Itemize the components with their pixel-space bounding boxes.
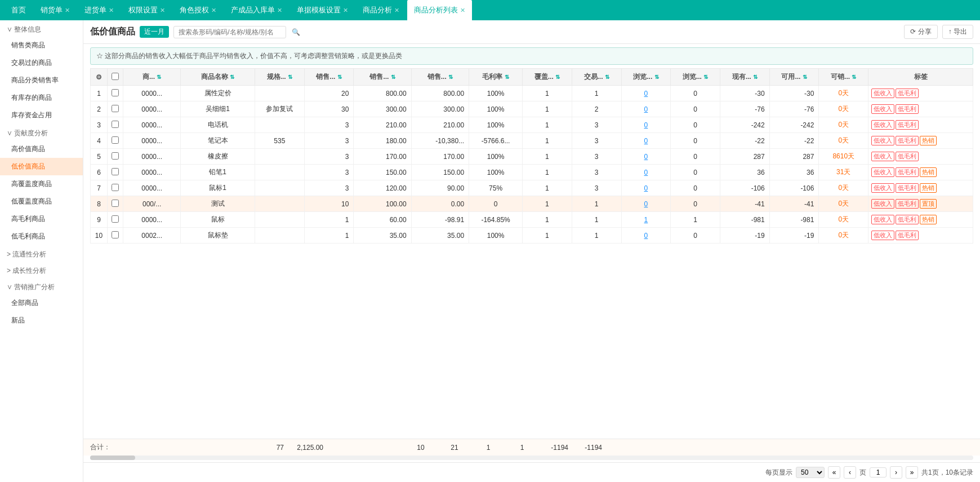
nav-permission-settings[interactable]: 权限设置 ✕ <box>122 0 172 20</box>
row-checkbox[interactable] <box>108 101 123 117</box>
row-select-checkbox[interactable] <box>112 136 119 144</box>
nav-product-analysis[interactable]: 商品分析 ✕ <box>356 0 406 20</box>
row-browse1[interactable]: 0 <box>621 196 671 212</box>
available-column-header[interactable]: 可用... ⇅ <box>769 69 819 86</box>
nav-home[interactable]: 首页 <box>5 0 33 20</box>
row-sales-amount: 300.00 <box>354 101 411 117</box>
row-name: 吴细细1 <box>181 101 255 117</box>
current-stock-column-header[interactable]: 现有... ⇅ <box>720 69 769 86</box>
row-select-checkbox[interactable] <box>112 200 119 207</box>
close-icon[interactable]: ✕ <box>109 7 114 14</box>
nav-finished-goods[interactable]: 产成品入库单 ✕ <box>224 0 289 20</box>
row-browse1[interactable]: 0 <box>621 149 671 165</box>
sidebar-item-low-margin[interactable]: 低毛利商品 <box>0 228 83 245</box>
row-checkbox[interactable] <box>108 117 123 133</box>
code-column-header[interactable]: 商... ⇅ <box>123 69 181 86</box>
nav-role-auth[interactable]: 角色授权 ✕ <box>173 0 223 20</box>
row-select-checkbox[interactable] <box>112 121 119 128</box>
spec-column-header[interactable]: 规格... ⇅ <box>255 69 304 86</box>
row-spec <box>255 86 304 101</box>
sidebar-item-high-value[interactable]: 高价值商品 <box>0 140 83 158</box>
name-column-header[interactable]: 商品名称 ⇅ <box>181 69 255 86</box>
time-filter-button[interactable]: 近一月 <box>140 26 169 38</box>
row-sales-avg: -98.91 <box>411 212 469 228</box>
close-icon[interactable]: ✕ <box>65 7 70 14</box>
scrollbar-thumb[interactable] <box>90 456 135 460</box>
sales-avg-column-header[interactable]: 销售... ⇅ <box>411 69 469 86</box>
row-checkbox[interactable] <box>108 196 123 212</box>
row-browse1[interactable]: 0 <box>621 180 671 196</box>
select-all-checkbox[interactable] <box>112 73 119 80</box>
row-select-checkbox[interactable] <box>112 89 119 96</box>
transaction-column-header[interactable]: 交易... ⇅ <box>572 69 621 86</box>
sidebar-item-stocked-products[interactable]: 有库存的商品 <box>0 89 83 107</box>
row-checkbox[interactable] <box>108 86 123 101</box>
row-browse1[interactable]: 0 <box>621 101 671 117</box>
close-icon[interactable]: ✕ <box>460 7 465 14</box>
sidebar-item-traded-products[interactable]: 交易过的商品 <box>0 54 83 72</box>
page-number-input[interactable] <box>870 467 887 477</box>
search-input[interactable] <box>173 26 286 38</box>
nav-product-analysis-list[interactable]: 商品分析列表 ✕ <box>407 0 472 20</box>
first-page-button[interactable]: « <box>828 466 840 479</box>
sidebar-item-low-value[interactable]: 低价值商品 <box>0 158 83 175</box>
row-checkbox[interactable] <box>108 180 123 196</box>
sidebar-item-high-margin[interactable]: 高毛利商品 <box>0 210 83 228</box>
horizontal-scrollbar[interactable] <box>90 456 973 460</box>
row-select-checkbox[interactable] <box>112 231 119 238</box>
row-browse1[interactable]: 0 <box>621 165 671 180</box>
next-page-button[interactable]: › <box>890 466 902 479</box>
nav-purchase-order[interactable]: 进货单 ✕ <box>78 0 121 20</box>
last-page-button[interactable]: » <box>906 466 918 479</box>
row-select-checkbox[interactable] <box>112 184 119 191</box>
row-select-checkbox[interactable] <box>112 168 119 175</box>
top-navigation: 首页 销货单 ✕ 进货单 ✕ 权限设置 ✕ 角色授权 ✕ 产成品入库单 ✕ 单据… <box>0 0 980 20</box>
row-select-checkbox[interactable] <box>112 105 119 112</box>
row-select-checkbox[interactable] <box>112 152 119 160</box>
row-browse1[interactable]: 0 <box>621 133 671 149</box>
sidebar-item-high-coverage[interactable]: 高覆盖度商品 <box>0 175 83 193</box>
export-button[interactable]: ↑ 导出 <box>942 25 973 39</box>
row-checkbox[interactable] <box>108 228 123 244</box>
table-body: 1 0000... 属性定价 20 800.00 800.00 100% 1 1… <box>91 86 973 244</box>
search-icon[interactable]: 🔍 <box>292 28 300 36</box>
sidebar-item-sales-products[interactable]: 销售类商品 <box>0 37 83 54</box>
settings-column-header[interactable]: ⚙ <box>91 69 108 86</box>
table-row: 9 0000... 鼠标 1 60.00 -98.91 -164.85% 1 1… <box>91 212 973 228</box>
sales-amount-column-header[interactable]: 销售... ⇅ <box>354 69 411 86</box>
browse1-column-header[interactable]: 浏览... ⇅ <box>621 69 671 86</box>
sidebar-item-inventory-capital[interactable]: 库存资金占用 <box>0 107 83 124</box>
row-checkbox[interactable] <box>108 212 123 228</box>
row-sales-amount: 180.00 <box>354 133 411 149</box>
prev-page-button[interactable]: ‹ <box>844 466 856 479</box>
sidebar-item-low-coverage[interactable]: 低覆盖度商品 <box>0 193 83 210</box>
settings-icon[interactable]: ⚙ <box>96 73 102 81</box>
row-sellable-days: 0天 <box>819 228 868 244</box>
page-size-select[interactable]: 50 100 200 <box>796 467 825 478</box>
row-select-checkbox[interactable] <box>112 215 119 223</box>
nav-template-settings[interactable]: 单据模板设置 ✕ <box>290 0 355 20</box>
footer-summary: 合计： 77 2,125.00 10 21 1 1 -1194 -1194 <box>83 439 980 456</box>
nav-sales-order[interactable]: 销货单 ✕ <box>34 0 77 20</box>
sales-qty-column-header[interactable]: 销售... ⇅ <box>304 69 354 86</box>
row-browse1[interactable]: 0 <box>621 228 671 244</box>
sellable-column-header[interactable]: 可销... ⇅ <box>819 69 868 86</box>
sidebar-item-all-products[interactable]: 全部商品 <box>0 294 83 312</box>
close-icon[interactable]: ✕ <box>394 7 399 14</box>
row-checkbox[interactable] <box>108 149 123 165</box>
row-browse1[interactable]: 1 <box>621 212 671 228</box>
row-checkbox[interactable] <box>108 165 123 180</box>
row-browse1[interactable]: 0 <box>621 117 671 133</box>
coverage-column-header[interactable]: 覆盖... ⇅ <box>523 69 572 86</box>
close-icon[interactable]: ✕ <box>343 7 348 14</box>
sidebar-item-new-products[interactable]: 新品 <box>0 312 83 329</box>
margin-column-header[interactable]: 毛利率 ⇅ <box>469 69 523 86</box>
close-icon[interactable]: ✕ <box>211 7 216 14</box>
browse2-column-header[interactable]: 浏览... ⇅ <box>671 69 720 86</box>
share-button[interactable]: ⟳ 分享 <box>904 25 937 39</box>
close-icon[interactable]: ✕ <box>160 7 165 14</box>
sidebar-item-category-sales-rate[interactable]: 商品分类销售率 <box>0 72 83 89</box>
row-browse1[interactable]: 0 <box>621 86 671 101</box>
row-checkbox[interactable] <box>108 133 123 149</box>
close-icon[interactable]: ✕ <box>277 7 282 14</box>
